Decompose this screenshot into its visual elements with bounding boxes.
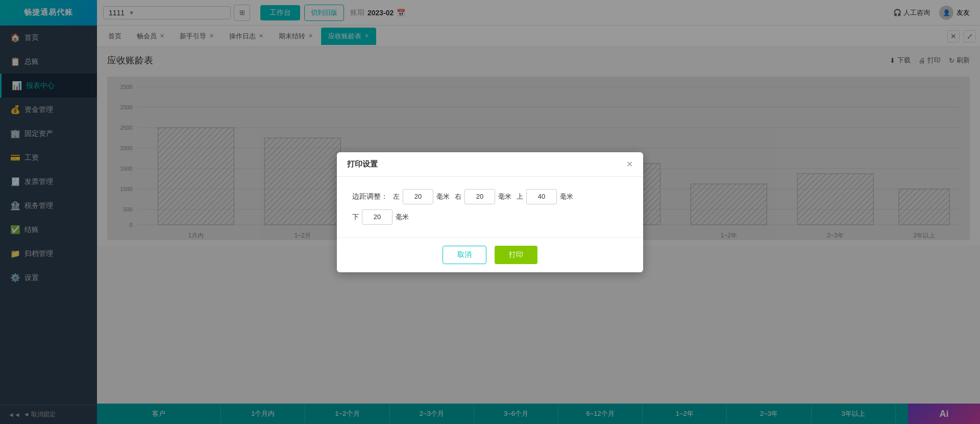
confirm-print-button[interactable]: 打印 [495, 246, 537, 264]
margin-form-row: 边距调整： 左 毫米 右 毫米 上 毫米 下 [352, 189, 628, 225]
left-margin-input[interactable] [403, 189, 433, 204]
left-margin-group: 左 毫米 [393, 189, 450, 204]
right-margin-input[interactable] [464, 189, 495, 204]
dialog-overlay: 打印设置 ✕ 边距调整： 左 毫米 右 毫米 上 毫米 [0, 0, 980, 424]
top-prefix: 上 [517, 192, 523, 201]
right-margin-group: 右 毫米 [455, 189, 511, 204]
right-prefix: 右 [455, 192, 461, 201]
left-prefix: 左 [393, 192, 400, 201]
dialog-title: 打印设置 [347, 159, 378, 169]
bottom-prefix: 下 [352, 213, 359, 222]
dialog-body: 边距调整： 左 毫米 右 毫米 上 毫米 下 [337, 177, 643, 237]
top-margin-group: 上 毫米 [517, 189, 573, 204]
dialog-close-button[interactable]: ✕ [626, 159, 633, 169]
bottom-margin-group: 下 毫米 [352, 209, 409, 225]
dialog-footer: 取消 打印 [337, 237, 643, 272]
cancel-button[interactable]: 取消 [443, 246, 486, 264]
top-margin-input[interactable] [526, 189, 557, 204]
bottom-unit: 毫米 [396, 213, 409, 222]
left-unit: 毫米 [436, 192, 450, 201]
dialog-header: 打印设置 ✕ [337, 152, 643, 177]
bottom-margin-input[interactable] [362, 209, 393, 225]
right-unit: 毫米 [498, 192, 511, 201]
print-settings-dialog: 打印设置 ✕ 边距调整： 左 毫米 右 毫米 上 毫米 [337, 152, 643, 272]
margin-label: 边距调整： [352, 192, 388, 201]
top-unit: 毫米 [560, 192, 573, 201]
